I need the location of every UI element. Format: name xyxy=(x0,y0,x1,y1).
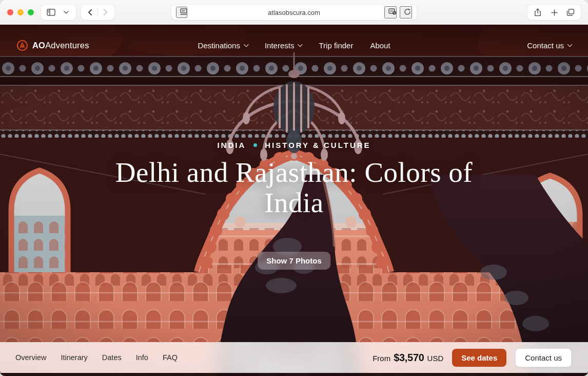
browser-toolbar: atlasobscura.com xyxy=(0,0,588,25)
tab-faq[interactable]: FAQ xyxy=(163,353,178,362)
back-icon xyxy=(87,9,92,16)
sidebar-icon xyxy=(47,9,55,16)
price-prefix: From xyxy=(373,354,390,363)
trip-price: From $3,570 USD xyxy=(373,352,443,364)
see-dates-button[interactable]: See dates xyxy=(452,349,506,367)
trip-bottom-bar: Overview Itinerary Dates Info FAQ From $… xyxy=(0,342,588,373)
logo-text: AOAdventures xyxy=(32,41,89,50)
site-header: AOAdventures Destinations Interests Trip… xyxy=(0,25,588,66)
sidebar-button-group xyxy=(41,5,76,20)
page-settings-icon xyxy=(388,8,397,15)
trip-tabs: Overview Itinerary Dates Info FAQ xyxy=(15,353,178,362)
bottom-bar-actions: From $3,570 USD See dates Contact us xyxy=(373,348,572,367)
breadcrumb-dot-icon xyxy=(253,143,257,147)
tab-group-chevron-button[interactable] xyxy=(58,5,74,20)
show-photos-button[interactable]: Show 7 Photos xyxy=(258,252,330,270)
page-settings-button[interactable] xyxy=(384,6,397,18)
main-nav: Destinations Interests Trip finder About xyxy=(198,41,390,50)
reader-button[interactable] xyxy=(176,7,187,18)
share-icon xyxy=(534,8,541,16)
chevron-down-icon xyxy=(567,42,573,47)
plus-icon xyxy=(551,9,558,16)
web-page: AOAdventures Destinations Interests Trip… xyxy=(0,25,588,376)
reload-icon xyxy=(404,8,411,15)
back-button[interactable] xyxy=(82,5,97,20)
logo-link[interactable]: AOAdventures xyxy=(16,40,89,51)
tabs-overview-button[interactable] xyxy=(563,5,578,20)
safari-window: atlasobscura.com xyxy=(0,0,588,376)
price-currency: USD xyxy=(427,354,444,363)
breadcrumb-category[interactable]: HISTORY & CULTURE xyxy=(265,141,370,149)
tabs-overview-icon xyxy=(566,9,575,16)
page-title: Delhi and Rajasthan: Colors of India xyxy=(103,158,485,218)
history-nav-group xyxy=(81,5,114,20)
price-amount: $3,570 xyxy=(394,352,424,364)
breadcrumb-destination[interactable]: INDIA xyxy=(217,141,246,149)
minimize-icon[interactable] xyxy=(17,9,24,15)
traffic-lights xyxy=(7,9,34,15)
chevron-down-icon xyxy=(64,11,69,14)
tab-dates[interactable]: Dates xyxy=(102,353,122,362)
tab-info[interactable]: Info xyxy=(136,353,148,362)
contact-us-button[interactable]: Contact us xyxy=(515,348,572,367)
chevron-down-icon xyxy=(298,42,303,47)
forward-icon xyxy=(103,9,108,16)
close-icon[interactable] xyxy=(7,9,13,15)
zoom-icon[interactable] xyxy=(28,9,34,15)
nav-item-contact-us[interactable]: Contact us xyxy=(527,41,572,50)
reader-icon xyxy=(180,8,187,15)
reload-button[interactable] xyxy=(400,6,412,18)
share-button[interactable] xyxy=(530,5,545,20)
address-bar[interactable]: atlasobscura.com xyxy=(171,5,417,20)
url-text: atlasobscura.com xyxy=(171,9,417,16)
nav-item-about[interactable]: About xyxy=(370,41,390,50)
sidebar-toggle-button[interactable] xyxy=(43,5,58,20)
nav-item-interests[interactable]: Interests xyxy=(265,41,302,50)
hero-content: INDIA HISTORY & CULTURE Delhi and Rajast… xyxy=(0,141,588,218)
nav-item-trip-finder[interactable]: Trip finder xyxy=(319,41,353,50)
breadcrumb: INDIA HISTORY & CULTURE xyxy=(0,141,588,149)
new-tab-button[interactable] xyxy=(546,5,562,20)
toolbar-right-group xyxy=(527,5,581,20)
ao-logo-icon xyxy=(16,40,28,51)
tab-overview[interactable]: Overview xyxy=(15,353,46,362)
forward-button[interactable] xyxy=(98,5,113,20)
nav-item-destinations[interactable]: Destinations xyxy=(198,41,248,50)
chevron-down-icon xyxy=(243,42,248,47)
tab-itinerary[interactable]: Itinerary xyxy=(61,353,87,362)
